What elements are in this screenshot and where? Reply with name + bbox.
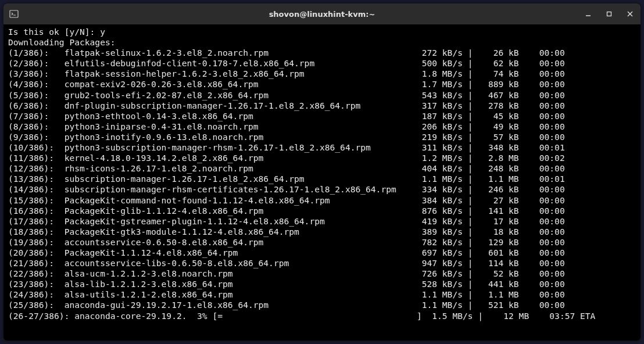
svg-rect-3 xyxy=(607,12,611,16)
close-button[interactable] xyxy=(620,3,641,24)
window-title: shovon@linuxhint-kvm:~ xyxy=(3,10,641,19)
close-icon xyxy=(627,10,634,17)
titlebar: shovon@linuxhint-kvm:~ xyxy=(3,3,641,24)
window-controls xyxy=(578,3,641,24)
terminal-icon xyxy=(3,3,24,24)
minimize-icon xyxy=(585,10,592,17)
maximize-button[interactable] xyxy=(599,3,620,24)
terminal-body[interactable]: Is this ok [y/N]: y Downloading Packages… xyxy=(3,24,641,321)
minimize-button[interactable] xyxy=(578,3,599,24)
svg-rect-0 xyxy=(10,10,18,17)
maximize-icon xyxy=(606,10,613,17)
terminal-window: shovon@linuxhint-kvm:~ Is this ok [y/N]:… xyxy=(3,3,641,341)
